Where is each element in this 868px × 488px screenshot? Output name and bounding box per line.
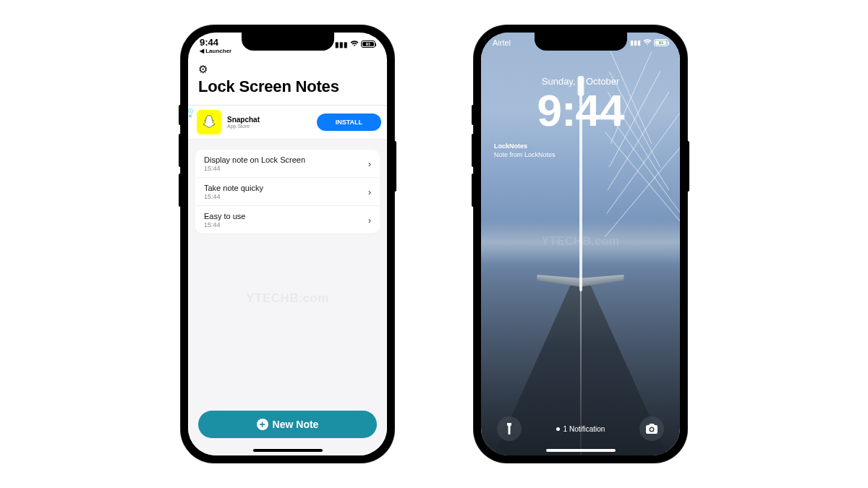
app-header: ⚙︎ Lock Screen Notes [188,61,387,105]
note-time: 15:44 [204,193,263,200]
note-title: Take note quicky [204,184,263,192]
battery-icon: 91 [361,40,375,48]
home-indicator[interactable] [546,449,616,452]
app-title: Lock Screen Notes [198,77,377,100]
note-row[interactable]: Easy to use 15:44 › [195,206,380,234]
plus-circle-icon: + [257,419,268,430]
ad-banner[interactable]: ⓘ✕ Snapchat App Store INSTALL [188,106,387,140]
lock-time: 9:44 [481,85,680,136]
notification-summary[interactable]: 1 Notification [556,425,605,433]
widget-title: LockNotes [494,142,556,151]
lock-screen[interactable]: YTECHB.com Airtel ▮▮▮ 91 Sunday, 9 Octob… [481,33,680,455]
flashlight-button[interactable] [497,416,522,441]
ad-info-icon[interactable]: ⓘ✕ [188,108,193,119]
note-time: 15:44 [204,165,305,172]
chevron-right-icon: › [368,159,371,169]
notification-count-label: 1 Notification [563,425,605,433]
battery-icon: 91 [654,39,668,46]
new-note-label: New Note [273,419,319,430]
note-title: Easy to use [204,212,245,221]
status-back-to-app[interactable]: ◀ Launcher [200,48,231,54]
carrier-label: Airtel [493,38,511,47]
notes-list: Display note on Lock Screen 15:44 › Take… [195,150,380,234]
dot-icon [556,427,560,431]
status-time: 9:44 [200,37,231,48]
cellular-signal-icon: ▮▮▮ [335,40,348,48]
phone-right: YTECHB.com Airtel ▮▮▮ 91 Sunday, 9 Octob… [474,25,687,463]
camera-button[interactable] [639,416,664,441]
ad-subtitle: App Store [227,124,311,129]
widget-subtitle: Note from LockNotes [494,151,556,160]
lock-widget[interactable]: LockNotes Note from LockNotes [494,142,556,159]
watermark: YTECHB.com [246,291,329,306]
ad-app-name: Snapchat [227,116,311,124]
home-indicator[interactable] [253,449,323,452]
note-row[interactable]: Take note quicky 15:44 › [195,178,380,206]
phone-left: 9:44 ◀ Launcher ▮▮▮ 91 ⚙︎ Lock Screen No… [181,25,394,463]
ad-install-button[interactable]: INSTALL [317,114,381,131]
note-time: 15:44 [204,221,245,228]
notch [242,33,334,51]
new-note-button[interactable]: + New Note [198,411,377,438]
note-title: Display note on Lock Screen [204,155,305,164]
wifi-icon [643,38,652,47]
app-screen: 9:44 ◀ Launcher ▮▮▮ 91 ⚙︎ Lock Screen No… [188,33,387,455]
chevron-right-icon: › [368,187,371,197]
snapchat-app-icon [197,110,221,134]
watermark: YTECHB.com [541,235,619,248]
settings-gear-icon[interactable]: ⚙︎ [198,63,208,76]
content-area: Display note on Lock Screen 15:44 › Take… [188,140,387,455]
notch [535,33,627,51]
wifi-icon [350,40,359,48]
note-row[interactable]: Display note on Lock Screen 15:44 › [195,150,380,178]
chevron-right-icon: › [368,215,371,226]
cellular-signal-icon: ▮▮▮ [630,39,641,46]
